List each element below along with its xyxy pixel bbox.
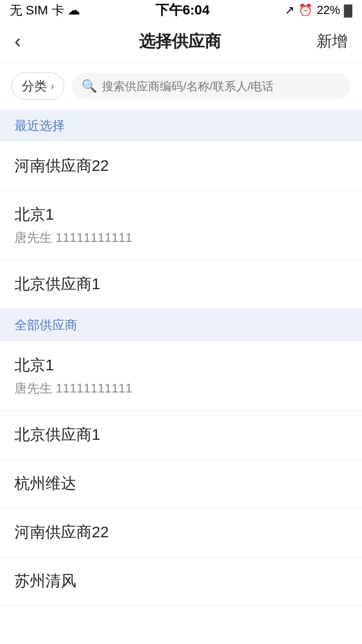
- recent-section-header: 最近选择: [0, 110, 362, 142]
- supplier-name: 河南供应商22: [14, 155, 348, 177]
- recent-list-item[interactable]: 北京1唐先生 11111111111: [0, 191, 362, 260]
- supplier-name: 杭州维达: [14, 473, 348, 494]
- all-list: 北京1唐先生 11111111111北京供应商1杭州维达河南供应商22苏州清风: [0, 341, 362, 606]
- category-label: 分类: [22, 78, 47, 95]
- category-button[interactable]: 分类 ›: [12, 72, 64, 100]
- battery-level: 22%: [317, 3, 340, 17]
- search-box[interactable]: 🔍: [72, 73, 350, 99]
- supplier-name: 北京1: [14, 204, 348, 225]
- search-input[interactable]: [102, 80, 341, 93]
- status-bar: 无 SIM 卡 ☁ 下午6:04 ↗ ⏰ 22% ▓: [0, 0, 362, 20]
- recent-section-title: 最近选择: [14, 118, 65, 133]
- all-section-title: 全部供应商: [14, 318, 77, 332]
- status-left: 无 SIM 卡 ☁: [10, 2, 80, 19]
- all-list-item[interactable]: 北京1唐先生 11111111111: [0, 341, 362, 411]
- supplier-name: 北京供应商1: [14, 424, 348, 446]
- all-list-item[interactable]: 河南供应商22: [0, 508, 362, 557]
- recent-list: 河南供应商22北京1唐先生 11111111111北京供应商1: [0, 142, 362, 309]
- recent-list-item[interactable]: 北京供应商1: [0, 260, 362, 309]
- battery-icon: ▓: [344, 3, 353, 17]
- alarm-icon: ⏰: [298, 3, 313, 17]
- supplier-name: 河南供应商22: [14, 522, 348, 543]
- all-list-item[interactable]: 杭州维达: [0, 460, 362, 508]
- nav-bar: ‹ 选择供应商 新增: [0, 20, 362, 63]
- supplier-name: 苏州清风: [14, 571, 348, 592]
- all-list-item[interactable]: 苏州清风: [0, 557, 362, 606]
- all-list-item[interactable]: 北京供应商1: [0, 411, 362, 460]
- status-time: 下午6:04: [155, 1, 209, 19]
- page-title: 选择供应商: [139, 30, 221, 53]
- filter-bar: 分类 › 🔍: [0, 63, 362, 110]
- supplier-contact: 唐先生 11111111111: [14, 229, 348, 246]
- back-button[interactable]: ‹: [14, 30, 43, 52]
- supplier-name: 北京供应商1: [14, 274, 348, 295]
- all-section-header: 全部供应商: [0, 309, 362, 341]
- location-icon: ↗: [285, 3, 294, 17]
- new-supplier-button[interactable]: 新增: [317, 31, 348, 52]
- status-right: ↗ ⏰ 22% ▓: [285, 3, 352, 17]
- chevron-right-icon: ›: [51, 80, 54, 93]
- supplier-name: 北京1: [14, 355, 348, 376]
- recent-list-item[interactable]: 河南供应商22: [0, 142, 362, 191]
- search-icon: 🔍: [82, 79, 97, 94]
- sim-status: 无 SIM 卡 ☁: [10, 2, 80, 19]
- supplier-contact: 唐先生 11111111111: [14, 380, 348, 397]
